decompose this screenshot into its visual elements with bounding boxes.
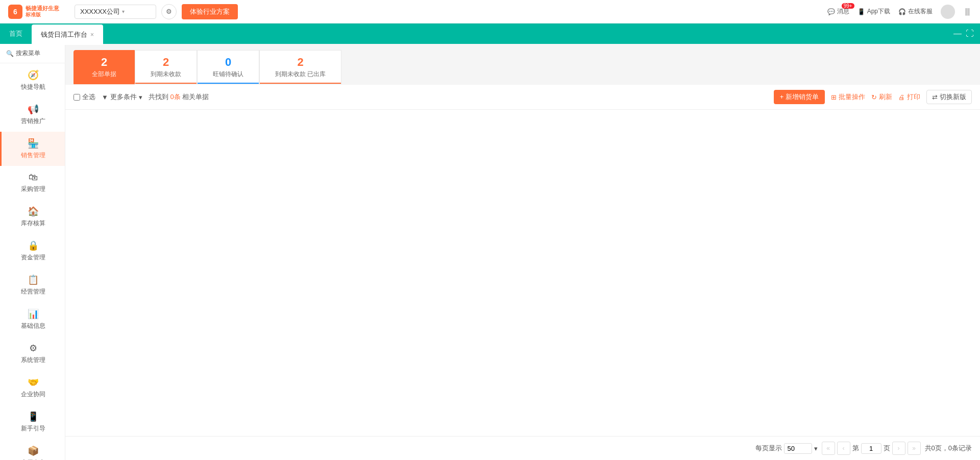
- page-size-input[interactable]: [784, 443, 812, 454]
- summary-tab-overdue[interactable]: 2 到期未收款: [135, 50, 197, 84]
- print-icon: 🖨: [898, 93, 905, 101]
- inventory-icon: 🏠: [28, 206, 39, 217]
- sidebar-item-operations[interactable]: 📋 经营管理: [0, 268, 65, 302]
- page-size-dropdown-icon[interactable]: ▾: [814, 445, 818, 452]
- page-size-select: 每页显示 ▾: [755, 443, 818, 454]
- sidebar-search[interactable]: 🔍 搜索菜单: [0, 44, 65, 63]
- finance-icon: 🔒: [28, 240, 39, 251]
- batch-label: 批量操作: [839, 92, 865, 102]
- sidebar-item-sales[interactable]: 🏪 销售管理: [0, 132, 65, 166]
- summary-tab-pending[interactable]: 0 旺铺待确认: [197, 50, 259, 84]
- batch-icon: ⊞: [831, 93, 837, 101]
- switch-version-button[interactable]: ⇄ 切换新版: [926, 90, 972, 104]
- sidebar-item-inventory-label: 库存核算: [21, 219, 45, 228]
- summary-tab-pending-label: 旺铺待确认: [213, 70, 243, 79]
- nav-tabs: 首页 钱货日清工作台 × — ⛶: [0, 23, 980, 44]
- quick-nav-icon: 🧭: [28, 69, 39, 81]
- pagination: 每页显示 ▾ « ‹ 第 页 › » 共0页，0条记录: [65, 436, 980, 460]
- nav-maximize-btn[interactable]: ⛶: [966, 29, 974, 38]
- select-all-checkbox[interactable]: [74, 94, 80, 101]
- top-bar-left: 6 畅捷通好生意 标准版 XXXXXX公司 ▾ ⚙ 体验行业方案: [8, 4, 238, 19]
- summary-tab-all-label: 全部单据: [92, 70, 116, 79]
- company-selector[interactable]: XXXXXX公司 ▾: [75, 5, 156, 19]
- filter-label: 更多条件: [110, 92, 137, 102]
- sidebar-item-basic-info[interactable]: 📊 基础信息: [0, 302, 65, 336]
- page-next-btn[interactable]: ›: [892, 442, 905, 455]
- sidebar-item-system[interactable]: ⚙ 系统管理: [0, 336, 65, 371]
- summary-tab-overdue-label: 到期未收款: [151, 70, 181, 79]
- sidebar-item-inventory[interactable]: 🏠 库存核算: [0, 200, 65, 234]
- message-button[interactable]: 💬 消息 99+: [827, 7, 849, 16]
- marketing-icon: 📢: [28, 104, 39, 115]
- page-nav: « ‹ 第 页 › »: [822, 442, 921, 455]
- toolbar-right: + 新增销货单 ⊞ 批量操作 ↻ 刷新 🖨 打印 ⇄ 切换新版: [774, 90, 972, 104]
- logo-area: 6 畅捷通好生意 标准版: [8, 5, 69, 19]
- print-label: 打印: [907, 92, 920, 102]
- sidebar: 🔍 搜索菜单 🧭 快捷导航 📢 营销推广 🏪 销售管理 🛍 采购管理 🏠 库存核…: [0, 44, 65, 460]
- refresh-icon: ↻: [871, 93, 877, 101]
- select-all-label[interactable]: 全选: [74, 92, 95, 102]
- basic-info-icon: 📊: [28, 308, 39, 320]
- company-name: XXXXXX公司: [80, 7, 120, 16]
- online-service-button[interactable]: 🎧 在线客服: [898, 7, 933, 16]
- add-sale-order-button[interactable]: + 新增销货单: [774, 90, 825, 104]
- app-download-button[interactable]: 📱 App下载: [857, 7, 890, 16]
- sidebar-item-operations-label: 经营管理: [21, 287, 45, 296]
- sidebar-item-basic-info-label: 基础信息: [21, 322, 45, 330]
- logo-icon: 6: [8, 5, 22, 19]
- tab-home[interactable]: 首页: [0, 23, 32, 44]
- logo-text: 畅捷通好生意 标准版: [26, 5, 59, 18]
- app-download-label: App下载: [867, 7, 890, 16]
- summary-tab-unshipped-underline: [260, 83, 341, 84]
- nav-minimize-btn[interactable]: —: [953, 29, 962, 38]
- online-service-label: 在线客服: [908, 7, 933, 16]
- tab-daily-work-label: 钱货日清工作台: [41, 30, 87, 39]
- sidebar-item-quick-nav-label: 快捷导航: [21, 83, 45, 91]
- enterprise-icon: 🤝: [28, 377, 39, 388]
- per-page-label: 每页显示: [755, 444, 782, 453]
- settings-button[interactable]: ⚙: [161, 4, 177, 19]
- page-first-btn[interactable]: «: [822, 442, 835, 455]
- sidebar-item-enterprise[interactable]: 🤝 企业协同: [0, 371, 65, 405]
- main-layout: 🔍 搜索菜单 🧭 快捷导航 📢 营销推广 🏪 销售管理 🛍 采购管理 🏠 库存核…: [0, 44, 980, 460]
- avatar[interactable]: [941, 5, 955, 19]
- select-all-text: 全选: [82, 92, 95, 102]
- summary-tab-all[interactable]: 2 全部单据: [74, 50, 135, 84]
- table-area: [65, 110, 980, 436]
- user-name[interactable]: ▐▌: [963, 8, 972, 15]
- trial-button[interactable]: 体验行业方案: [182, 4, 238, 19]
- sidebar-item-finance-label: 资金管理: [21, 253, 45, 262]
- summary-tab-unshipped[interactable]: 2 到期未收款 已出库: [259, 50, 341, 84]
- tab-close-icon[interactable]: ×: [90, 31, 94, 38]
- sidebar-item-purchase[interactable]: 🛍 采购管理: [0, 166, 65, 200]
- batch-operation-button[interactable]: ⊞ 批量操作: [831, 92, 865, 102]
- page-prev-btn[interactable]: ‹: [837, 442, 850, 455]
- nav-actions: — ⛶: [953, 29, 980, 38]
- sidebar-item-finance[interactable]: 🔒 资金管理: [0, 234, 65, 268]
- sidebar-item-marketing[interactable]: 📢 营销推广: [0, 98, 65, 132]
- sidebar-item-purchase-label: 采购管理: [21, 185, 45, 193]
- system-icon: ⚙: [29, 343, 37, 354]
- content-area: 2 全部单据 2 到期未收款 0 旺铺待确认 2 到期未收款 已出库: [65, 44, 980, 460]
- sidebar-item-app-center[interactable]: 📦 应用中心: [0, 439, 65, 460]
- tab-daily-work[interactable]: 钱货日清工作台 ×: [32, 25, 103, 45]
- toolbar: 全选 ▼ 更多条件 ▾ 共找到 0条 相关单据 + 新增销货单 ⊞ 批量操作 ↻: [65, 85, 980, 110]
- page-number-input[interactable]: [861, 443, 881, 454]
- switch-label: 切换新版: [940, 92, 966, 102]
- refresh-label: 刷新: [879, 92, 892, 102]
- page-label: 第: [852, 444, 859, 453]
- refresh-button[interactable]: ↻ 刷新: [871, 92, 892, 102]
- summary-tab-pending-underline: [198, 83, 259, 84]
- print-button[interactable]: 🖨 打印: [898, 92, 920, 102]
- sidebar-item-quick-nav[interactable]: 🧭 快捷导航: [0, 63, 65, 98]
- filter-button[interactable]: ▼ 更多条件 ▾: [102, 92, 142, 102]
- summary-tabs: 2 全部单据 2 到期未收款 0 旺铺待确认 2 到期未收款 已出库: [65, 44, 980, 84]
- found-text: 共找到 0条 相关单据: [149, 92, 209, 102]
- app-center-icon: 📦: [28, 445, 39, 456]
- operations-icon: 📋: [28, 274, 39, 285]
- page-last-btn[interactable]: »: [908, 442, 921, 455]
- company-dropdown-icon: ▾: [122, 9, 125, 14]
- search-icon: 🔍: [6, 50, 14, 57]
- top-bar-right: 💬 消息 99+ 📱 App下载 🎧 在线客服 ▐▌: [827, 5, 972, 19]
- sidebar-item-guide[interactable]: 📱 新手引导: [0, 405, 65, 439]
